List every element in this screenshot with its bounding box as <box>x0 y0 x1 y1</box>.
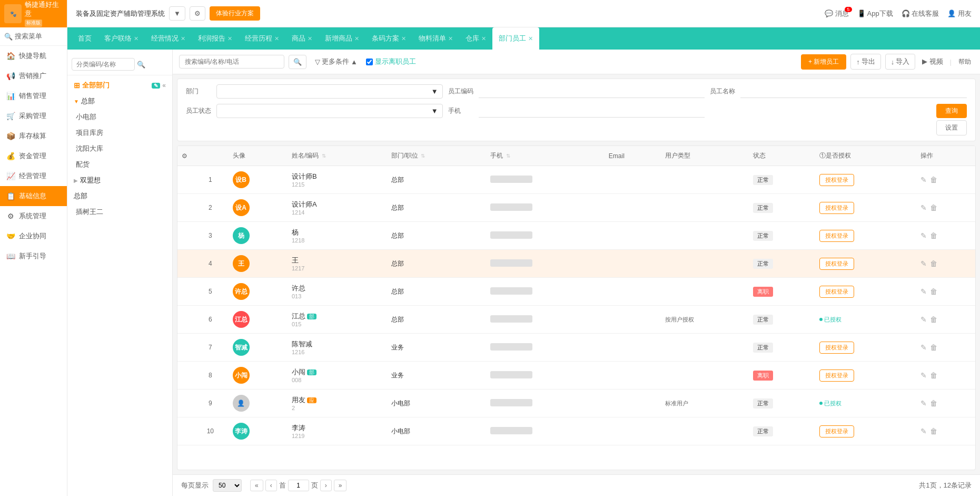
sidebar-item-marketing[interactable]: 📢 营销推广 <box>0 66 67 86</box>
col-dept[interactable]: 部门/职位 ⇅ <box>387 146 487 166</box>
emp-code-input[interactable] <box>479 85 705 98</box>
sidebar-search[interactable]: 🔍 搜索菜单 <box>0 27 67 46</box>
tab-profit-report[interactable]: 经营情况 ✕ <box>145 27 192 50</box>
query-btn[interactable]: 查询 <box>936 104 967 118</box>
dept-search-btn[interactable]: 🔍 <box>135 59 147 71</box>
show-resigned-checkbox[interactable]: 显示离职员工 <box>366 57 416 66</box>
close-history-tab[interactable]: ✕ <box>274 35 279 42</box>
emp-name-input[interactable] <box>740 85 967 98</box>
reset-btn[interactable]: 设置 <box>936 120 967 135</box>
sidebar-item-basic[interactable]: 📋 基础信息 <box>0 186 67 206</box>
system-dropdown[interactable]: ▼ <box>169 6 185 21</box>
sidebar-item-stock[interactable]: 📦 库存核算 <box>0 126 67 146</box>
sidebar-item-guide[interactable]: 📖 新手引导 <box>0 246 67 266</box>
edit-icon[interactable]: ✎ <box>920 287 927 296</box>
dept-group-shuangmeng[interactable]: ▶ 双盟想 <box>67 172 172 188</box>
auth-btn[interactable]: 授权登录 <box>819 174 854 186</box>
last-page-btn[interactable]: » <box>334 480 347 491</box>
tab-home[interactable]: 首页 <box>72 27 98 50</box>
import-btn[interactable]: ↓ 导入 <box>885 54 916 70</box>
delete-icon[interactable]: 🗑 <box>930 231 937 240</box>
close-situation-tab[interactable]: ✕ <box>181 35 185 42</box>
edit-icon[interactable]: ✎ <box>920 371 927 380</box>
tab-profit[interactable]: 利润报告 ✕ <box>192 27 239 50</box>
close-profit-tab[interactable]: ✕ <box>227 35 232 42</box>
status-select[interactable]: ▼ <box>216 104 443 118</box>
dept-shenyang[interactable]: 沈阳大库 <box>67 141 172 157</box>
delete-icon[interactable]: 🗑 <box>930 399 937 407</box>
delete-icon[interactable]: 🗑 <box>930 343 937 352</box>
search-btn[interactable]: 🔍 <box>289 55 306 69</box>
first-page-btn[interactable]: « <box>250 480 263 491</box>
dept-xiaodian[interactable]: 小电部 <box>67 109 172 125</box>
settings-icon-btn[interactable]: ⚙ <box>190 6 205 21</box>
edit-icon[interactable]: ✎ <box>920 231 927 240</box>
dept-group-zongbu2[interactable]: 总部 <box>67 188 172 204</box>
col-settings[interactable]: ⚙ <box>177 146 192 166</box>
per-page-select[interactable]: 50 20 100 <box>213 479 242 492</box>
close-goods-tab[interactable]: ✕ <box>308 35 312 42</box>
sidebar-item-enterprise[interactable]: 🤝 企业协同 <box>0 226 67 246</box>
edit-icon[interactable]: ✎ <box>920 315 927 324</box>
edit-icon[interactable]: ✎ <box>920 176 927 184</box>
tab-warehouse[interactable]: 仓库 ✕ <box>459 27 492 50</box>
tab-newgoods[interactable]: 新增商品 ✕ <box>319 27 365 50</box>
page-input[interactable] <box>288 480 309 491</box>
tab-goods[interactable]: 商品 ✕ <box>285 27 319 50</box>
close-customer-tab[interactable]: ✕ <box>134 35 138 42</box>
user-menu[interactable]: 👤 用友 <box>947 9 972 18</box>
edit-icon[interactable]: ✎ <box>920 399 927 407</box>
experience-btn[interactable]: 体验行业方案 <box>210 6 260 21</box>
auth-btn[interactable]: 授权登录 <box>819 258 854 270</box>
sidebar-item-operation[interactable]: 📈 经营管理 <box>0 166 67 186</box>
edit-icon[interactable]: ✎ <box>920 343 927 352</box>
close-staff-tab[interactable]: ✕ <box>528 35 533 42</box>
delete-icon[interactable]: 🗑 <box>930 176 937 184</box>
dept-search-input[interactable] <box>72 58 135 71</box>
online-service-btn[interactable]: 🎧 在线客服 <box>902 9 939 18</box>
sidebar-item-sales[interactable]: 📊 销售管理 <box>0 86 67 106</box>
close-barcode-tab[interactable]: ✕ <box>401 35 406 42</box>
delete-icon[interactable]: 🗑 <box>930 259 937 268</box>
help-btn[interactable]: 帮助 <box>956 55 974 69</box>
app-download-btn[interactable]: 📱 App下载 <box>857 9 893 18</box>
edit-icon[interactable]: ✎ <box>920 259 927 268</box>
close-warehouse-tab[interactable]: ✕ <box>481 35 486 42</box>
dept-select[interactable]: ▼ <box>216 84 443 99</box>
tab-customer[interactable]: 客户联络 ✕ <box>98 27 145 50</box>
prev-page-btn[interactable]: ‹ <box>265 480 277 491</box>
auth-btn[interactable]: 授权登录 <box>819 425 854 437</box>
sidebar-item-quick-nav[interactable]: 🏠 快捷导航 <box>0 46 67 66</box>
next-page-btn[interactable]: › <box>320 480 332 491</box>
search-input[interactable] <box>179 55 284 69</box>
edit-icon[interactable]: ✎ <box>920 203 927 212</box>
sidebar-item-finance[interactable]: 💰 资金管理 <box>0 146 67 166</box>
col-phone[interactable]: 手机 ⇅ <box>486 146 605 166</box>
delete-icon[interactable]: 🗑 <box>930 287 937 296</box>
dept-distribution[interactable]: 配货 <box>67 157 172 172</box>
dept-planting[interactable]: 插树王二 <box>67 204 172 220</box>
delete-icon[interactable]: 🗑 <box>930 315 937 324</box>
all-dept-btn[interactable]: ⊞ 全部部门 ✎ « <box>67 77 172 93</box>
auth-btn[interactable]: 授权登录 <box>819 286 854 298</box>
edit-icon[interactable]: ✎ <box>920 427 927 435</box>
sidebar-item-system[interactable]: ⚙ 系统管理 <box>0 206 67 226</box>
tab-materials[interactable]: 物料清单 ✕ <box>412 27 459 50</box>
auth-btn[interactable]: 授权登录 <box>819 230 854 242</box>
tab-barcode[interactable]: 条码方案 ✕ <box>365 27 412 50</box>
message-icon-btn[interactable]: 💬 5 消息 <box>825 9 849 18</box>
view-btn[interactable]: ▶ 视频 <box>919 54 945 69</box>
auth-btn[interactable]: 授权登录 <box>819 202 854 214</box>
dept-group-zongbu[interactable]: ▼ 总部 <box>67 93 172 109</box>
auth-btn[interactable]: 授权登录 <box>819 342 854 354</box>
close-materials-tab[interactable]: ✕ <box>448 35 453 42</box>
col-name[interactable]: 姓名/编码 ⇅ <box>288 146 387 166</box>
delete-icon[interactable]: 🗑 <box>930 371 937 380</box>
delete-icon[interactable]: 🗑 <box>930 427 937 435</box>
sidebar-item-purchase[interactable]: 🛒 采购管理 <box>0 106 67 126</box>
delete-icon[interactable]: 🗑 <box>930 203 937 212</box>
auth-btn[interactable]: 授权登录 <box>819 369 854 382</box>
tab-staff[interactable]: 部门员工 ✕ <box>492 27 539 50</box>
dept-project[interactable]: 项目库房 <box>67 125 172 141</box>
add-employee-btn[interactable]: + 新增员工 <box>801 54 846 70</box>
